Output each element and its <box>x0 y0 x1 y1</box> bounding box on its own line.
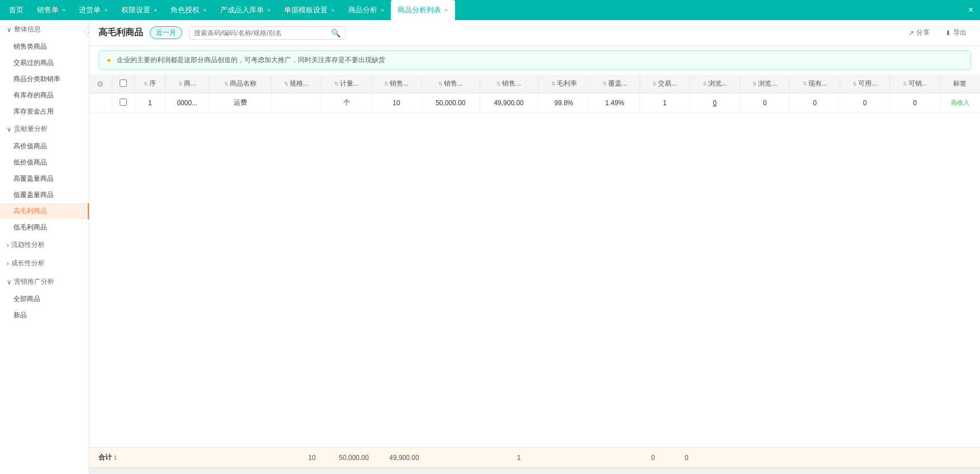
table-cell-saleAmt: 50,000.00 <box>422 93 480 112</box>
table-header-saleQty[interactable]: ⇅销售... <box>371 74 422 93</box>
nav-tab-close[interactable]: × <box>381 7 384 13</box>
sort-icon: ⇅ <box>703 81 707 87</box>
search-box: 🔍 <box>189 26 345 40</box>
sidebar-item[interactable]: 有库存的商品 <box>0 87 89 104</box>
sidebar-item[interactable]: 销售类商品 <box>0 39 89 55</box>
header-label: 计量... <box>340 79 359 87</box>
sidebar-group-title[interactable]: ∨贡献量分析 <box>0 120 89 138</box>
nav-tab-close[interactable]: × <box>154 7 157 13</box>
table-header-coverage[interactable]: ⇅覆盖... <box>590 74 640 93</box>
table-header-settings[interactable]: ⚙ <box>89 74 112 93</box>
content-area: 高毛利商品 近一月 🔍 ↗ 分享 ⬇ 导出 ✦ 企业的主要的利润都是这部分商品创 <box>89 20 980 474</box>
table-header-spec[interactable]: ⇅规格... <box>271 74 321 93</box>
sidebar-item[interactable]: 低毛利商品 <box>0 219 89 236</box>
table-footer: 合计： 10 50,000.00 49,900.00 1 0 0 <box>89 447 980 467</box>
export-button[interactable]: ⬇ 导出 <box>941 26 971 40</box>
nav-tab-label: 商品分析 <box>348 5 377 15</box>
table-header-saleable[interactable]: ⇅可销... <box>890 74 940 93</box>
nav-tab-close[interactable]: × <box>331 7 334 13</box>
row-checkbox[interactable] <box>120 98 127 106</box>
table-cell-seq: 1 <box>135 93 165 112</box>
nav-tab-首页[interactable]: 首页 <box>2 0 30 20</box>
sidebar-group-title[interactable]: ∨整体信息 <box>0 20 89 39</box>
content-header: 高毛利商品 近一月 🔍 ↗ 分享 ⬇ 导出 <box>89 20 980 46</box>
sidebar-item[interactable]: 商品分类助销率 <box>0 71 89 87</box>
sidebar-group-title[interactable]: ∨营销推广分析 <box>0 273 89 291</box>
sort-icon: ⇅ <box>178 81 183 87</box>
table-header-saleProfit[interactable]: ⇅销售... <box>480 74 538 93</box>
sidebar-group-arrow: ∨ <box>7 278 12 286</box>
settings-icon[interactable]: ⚙ <box>97 79 104 88</box>
sidebar-item[interactable]: 新品 <box>0 307 89 323</box>
sidebar-item[interactable]: 高毛利商品 <box>0 203 89 219</box>
sidebar-group-arrow: ∨ <box>7 125 12 133</box>
select-all-checkbox[interactable] <box>120 79 127 87</box>
table-header-checkbox[interactable] <box>112 74 135 93</box>
nav-tab-close[interactable]: × <box>62 7 65 13</box>
sidebar-item[interactable]: 低价值商品 <box>0 154 89 171</box>
sidebar-group-title[interactable]: ›成长性分析 <box>0 254 89 273</box>
sidebar-item[interactable]: 全部商品 <box>0 291 89 307</box>
search-icon[interactable]: 🔍 <box>331 29 340 37</box>
sidebar-item[interactable]: 库存资金占用 <box>0 104 89 120</box>
table-header-seq[interactable]: ⇅序 <box>135 74 165 93</box>
nav-tab-商品分析[interactable]: 商品分析× <box>342 0 391 20</box>
sidebar-group: ›成长性分析 <box>0 254 89 273</box>
nav-tab-close[interactable]: × <box>444 7 448 13</box>
share-button[interactable]: ↗ 分享 <box>904 26 934 40</box>
close-all-button[interactable]: × <box>964 5 978 15</box>
table-header-stock[interactable]: ⇅现有... <box>790 74 840 93</box>
header-label: 浏览... <box>758 79 777 87</box>
nav-tab-label: 进货单 <box>79 5 101 15</box>
sidebar-group: ∨贡献量分析高价值商品低价值商品高覆盖量商品低覆盖量商品高毛利商品低毛利商品 <box>0 120 89 236</box>
header-label: 现有... <box>808 79 827 87</box>
table-wrapper[interactable]: ⚙⇅序⇅商...⇅商品名称⇅规格...⇅计量...⇅销售...⇅销售...⇅销售… <box>89 74 980 447</box>
table-header-grossRate[interactable]: ⇅毛利率 <box>538 74 590 93</box>
nav-tab-商品分析列表[interactable]: 商品分析列表× <box>391 0 455 20</box>
nav-tab-label: 权限设置 <box>121 5 150 15</box>
sidebar-item[interactable]: 低覆盖量商品 <box>0 187 89 203</box>
nav-tab-单据模板设置[interactable]: 单据模板设置× <box>277 0 341 20</box>
sidebar: « ∨整体信息销售类商品交易过的商品商品分类助销率有库存的商品库存资金占用∨贡献… <box>0 20 89 474</box>
info-banner: ✦ 企业的主要的利润都是这部分商品创造的，可考虑加大推广，同时关注库存是不要出现… <box>98 50 971 70</box>
table-header-unit[interactable]: ⇅计量... <box>321 74 372 93</box>
nav-tab-角色授权[interactable]: 角色授权× <box>164 0 213 20</box>
sidebar-group-title[interactable]: ›流趋性分析 <box>0 236 89 254</box>
footer-sale-amt: 50,000.00 <box>329 454 379 462</box>
search-input[interactable] <box>194 29 329 37</box>
sort-icon: ⇅ <box>284 81 288 87</box>
sidebar-item[interactable]: 高价值商品 <box>0 138 89 154</box>
table-header-txCount[interactable]: ⇅交易... <box>640 74 690 93</box>
sidebar-group-label: 整体信息 <box>14 25 41 34</box>
table-header-saleAmt[interactable]: ⇅销售... <box>422 74 480 93</box>
sort-icon: ⇅ <box>551 81 556 87</box>
nav-tab-权限设置[interactable]: 权限设置× <box>115 0 164 20</box>
table-header-code[interactable]: ⇅商... <box>165 74 209 93</box>
footer-stock: 0 <box>636 454 670 462</box>
period-button[interactable]: 近一月 <box>150 26 182 39</box>
sort-icon: ⇅ <box>384 81 389 87</box>
table-cell-coverage: 1.49% <box>590 93 640 112</box>
footer-avail: 0 <box>670 454 703 462</box>
table-cell-checkbox <box>112 93 135 112</box>
header-label: 浏览... <box>708 79 727 87</box>
sidebar-item[interactable]: 交易过的商品 <box>0 55 89 71</box>
table-cell-stock: 0 <box>790 93 840 112</box>
table-header-browseB[interactable]: ⇅浏览... <box>740 74 790 93</box>
nav-tab-close[interactable]: × <box>267 7 271 13</box>
nav-tab-进货单[interactable]: 进货单× <box>72 0 114 20</box>
nav-tab-产成品入库单[interactable]: 产成品入库单× <box>214 0 277 20</box>
table-header-avail[interactable]: ⇅可用... <box>840 74 890 93</box>
nav-tab-close[interactable]: × <box>104 7 107 13</box>
table-header-name[interactable]: ⇅商品名称 <box>209 74 271 93</box>
sidebar-group-label: 贡献量分析 <box>14 124 48 134</box>
table-cell-saleQty: 10 <box>371 93 422 112</box>
table-header-browseA[interactable]: ⇅浏览... <box>690 74 740 93</box>
browse-link[interactable]: 0 <box>713 99 717 107</box>
sidebar-group-arrow: › <box>7 260 9 267</box>
header-actions: ↗ 分享 ⬇ 导出 <box>904 26 971 40</box>
nav-tab-销售单[interactable]: 销售单× <box>30 0 72 20</box>
nav-tab-close[interactable]: × <box>203 7 206 13</box>
scroll-bar[interactable] <box>89 467 980 474</box>
sidebar-item[interactable]: 高覆盖量商品 <box>0 171 89 187</box>
